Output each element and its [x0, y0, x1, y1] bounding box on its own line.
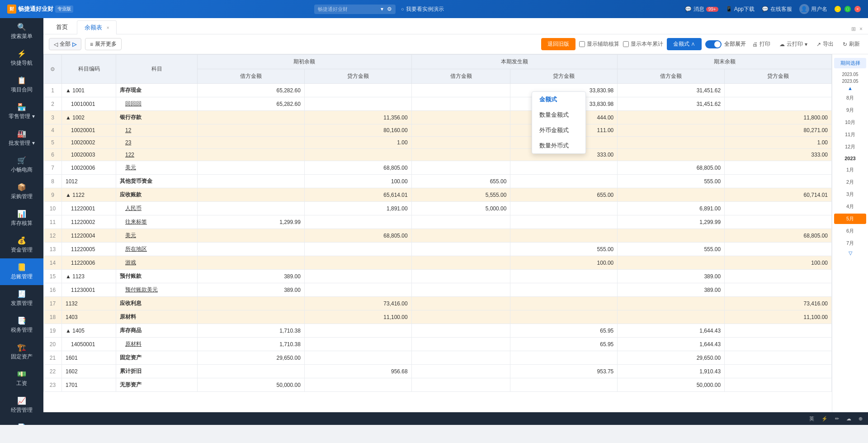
tab-close-balance[interactable]: ×	[107, 25, 109, 30]
row-ob-credit-22	[304, 378, 411, 392]
table-row[interactable]: 20 14050001 原材料 1,710.38 65.95 1,644.43	[44, 338, 832, 351]
checkbox-annual-input[interactable]	[623, 41, 629, 47]
sidebar-item-capital[interactable]: 💰 资金管理	[0, 232, 43, 258]
status-add[interactable]: ⊕	[859, 416, 863, 422]
table-row[interactable]: 2 10010001 回回回 65,282.60 33,830.98 31,45…	[44, 97, 832, 111]
download-label: App下载	[734, 5, 755, 13]
sidebar-item-wholesale[interactable]: 🏭 批发管理 ▾	[0, 125, 43, 152]
sidebar-item-purchase[interactable]: 📦 采购管理	[0, 178, 43, 205]
message-btn[interactable]: 💬 消息 99+	[685, 5, 718, 13]
month-10[interactable]: 10月	[834, 117, 866, 128]
table-row[interactable]: 21 1601 固定资产 29,650.00 29,650.00	[44, 351, 832, 365]
dropdown-item-foreign-amount[interactable]: 外币金额式	[532, 123, 585, 138]
sidebar-item-search[interactable]: 🔍 搜索菜单	[0, 18, 43, 45]
month-7[interactable]: 7月	[834, 238, 866, 248]
tab-close-btn[interactable]: ×	[859, 26, 863, 32]
sidebar-item-project[interactable]: 📋 项目合同	[0, 71, 43, 98]
dropdown-icon[interactable]: ▾	[381, 6, 383, 12]
table-row[interactable]: 16 11230001 预付账款美元 389.00 389.00	[44, 283, 832, 297]
export-btn[interactable]: ↗ 导出	[814, 38, 836, 50]
sidebar-item-retail[interactable]: 🏪 零售管理 ▾	[0, 98, 43, 125]
table-row[interactable]: 19 ▲ 1405 库存商品 1,710.38 65.95 1,644.43	[44, 324, 832, 338]
table-row[interactable]: 14 11220006 游戏 100.00 100.00	[44, 256, 832, 270]
expand-more-btn[interactable]: ≡ 展开更多	[85, 38, 122, 50]
table-row[interactable]: 17 1132 应收利息 73,416.00 73,416.00	[44, 297, 832, 310]
table-row[interactable]: 9 ▲ 1122 应收账款 65,614.01 5,555.00 655.00 …	[44, 188, 832, 202]
tab-restore-btn[interactable]: ⊞	[851, 26, 856, 32]
table-row[interactable]: 11 11220002 往来标签 1,299.99 1,299.99	[44, 215, 832, 229]
month-11[interactable]: 11月	[834, 129, 866, 140]
table-row[interactable]: 13 11220005 所在地区 555.00 555.00	[44, 243, 832, 256]
dropdown-item-qty-amount[interactable]: 数量金额式	[532, 107, 585, 123]
filter-right-arrow[interactable]: ▷	[72, 41, 76, 48]
sidebar-item-invoice[interactable]: 🧾 发票管理	[0, 285, 43, 312]
status-cloud[interactable]: ☁	[846, 416, 851, 422]
table-container[interactable]: ⚙ 科目编码 科目 期初余额 本期发生额 期末余额 借方金额 贷方金额 借方金额	[43, 54, 832, 412]
month-4[interactable]: 4月	[834, 201, 866, 212]
table-row[interactable]: 5 10020002 23 1.00 1.00	[44, 137, 832, 149]
expand-toggle[interactable]	[705, 40, 722, 48]
table-row[interactable]: 18 1403 原材料 11,100.00 11,100.00	[44, 310, 832, 324]
amount-type-btn[interactable]: 金额式 ∧	[667, 38, 702, 50]
status-edit[interactable]: ✏	[835, 416, 839, 422]
table-row[interactable]: 12 11220004 美元 68,805.00 68,805.00	[44, 229, 832, 243]
sidebar-item-ecommerce[interactable]: 🛒 小畅电商	[0, 152, 43, 178]
month-1[interactable]: 1月	[834, 165, 866, 175]
row-index-21: 22	[44, 365, 62, 378]
status-lightning[interactable]: ⚡	[821, 416, 828, 422]
table-row[interactable]: 4 10020001 12 80,160.00 111.00 80,271.00	[44, 124, 832, 137]
settings-icon[interactable]: ⚙	[387, 6, 392, 12]
app-brand: 财 畅捷通好业财 专业版	[7, 5, 73, 14]
sidebar-item-salary[interactable]: 💵 工资	[0, 365, 43, 392]
settings-gear-icon2[interactable]: ⚙	[50, 66, 55, 72]
user-avatar[interactable]: 👤 用户名	[799, 4, 827, 14]
checkbox-annual[interactable]: 显示本年累计	[623, 40, 663, 48]
download-btn[interactable]: 📱 App下载	[726, 5, 755, 13]
sidebar-item-expenses[interactable]: 📄 小畅报销	[0, 419, 43, 425]
checkbox-auxiliary[interactable]: 显示辅助核算	[579, 40, 619, 48]
table-row[interactable]: 15 ▲ 1123 预付账款 389.00 389.00	[44, 270, 832, 283]
dropdown-item-amount[interactable]: 金额式	[532, 92, 585, 107]
month-3[interactable]: 3月	[834, 189, 866, 200]
dropdown-item-qty-foreign[interactable]: 数量外币式	[532, 138, 585, 153]
window-maximize[interactable]: □	[844, 6, 851, 12]
tab-home[interactable]: 首页	[49, 20, 75, 34]
filter-all[interactable]: ◁ 全部 ▷	[49, 38, 81, 50]
checkbox-auxiliary-input[interactable]	[579, 41, 585, 47]
sidebar-item-tax[interactable]: 📑 税务管理	[0, 312, 43, 338]
table-row[interactable]: 8 1012 其他货币资金 100.00 655.00 555.00	[44, 175, 832, 188]
return-old-version-btn[interactable]: 退回旧版	[541, 38, 576, 50]
table-row[interactable]: 22 1602 累计折旧 956.68 953.75 1,910.43	[44, 365, 832, 378]
month-2[interactable]: 2月	[834, 177, 866, 187]
period-down-icon[interactable]: ▽	[849, 250, 852, 256]
month-6[interactable]: 6月	[834, 226, 866, 236]
month-9[interactable]: 9月	[834, 105, 866, 115]
table-row[interactable]: 6 10020003 122 333.00 333.00	[44, 149, 832, 161]
period-up-icon[interactable]: ▲	[848, 86, 853, 91]
th-settings[interactable]: ⚙	[44, 55, 62, 84]
cloud-print-btn[interactable]: ☁ 云打印 ▾	[777, 38, 810, 50]
table-row[interactable]: 3 ▲ 1002 银行存款 11,356.00 444.00 11,800.00	[44, 111, 832, 124]
sidebar-item-assets[interactable]: 🏗️ 固定资产	[0, 338, 43, 365]
table-row[interactable]: 1 ▲ 1001 库存现金 65,282.60 33,830.98 31,451…	[44, 84, 832, 97]
table-row[interactable]: 7 10020006 美元 68,805.00 68,805.00	[44, 161, 832, 175]
sidebar-item-accounting[interactable]: 📒 总账管理	[0, 258, 43, 285]
demo-link[interactable]: ○ 我要看实例演示	[401, 5, 444, 13]
table-row[interactable]: 23 1701 无形资产 50,000.00 50,000.00	[44, 378, 832, 392]
row-code-3: 10020001	[62, 124, 116, 137]
row-cp-debit-13	[411, 256, 510, 270]
table-row[interactable]: 10 11220001 人民币 1,891.00 5,000.00 6,891.…	[44, 202, 832, 215]
status-lang[interactable]: 英	[809, 415, 814, 422]
month-8[interactable]: 8月	[834, 93, 866, 103]
refresh-btn[interactable]: ↻ 刷新	[840, 38, 863, 50]
support-btn[interactable]: 💬 在线客服	[762, 5, 792, 13]
month-5[interactable]: 5月	[834, 214, 866, 224]
sidebar-item-inventory[interactable]: 📊 库存核算	[0, 205, 43, 232]
tab-balance[interactable]: 余额表 ×	[77, 20, 117, 34]
window-close[interactable]: ×	[854, 6, 861, 12]
window-minimize[interactable]: −	[835, 6, 841, 12]
print-btn[interactable]: 🖨 打印	[750, 38, 773, 50]
sidebar-item-nav[interactable]: ⚡ 快捷导航	[0, 45, 43, 71]
sidebar-item-operations[interactable]: 📈 经营管理	[0, 392, 43, 419]
month-12[interactable]: 12月	[834, 142, 866, 152]
